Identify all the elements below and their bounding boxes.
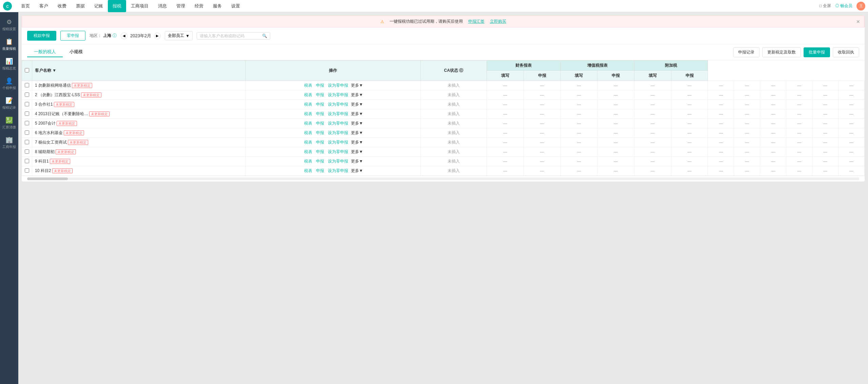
row-col-5: — <box>671 100 708 109</box>
op-set-zero[interactable]: 设为零申报 <box>328 83 348 88</box>
op-set-zero[interactable]: 设为零申报 <box>328 121 348 126</box>
tab-small-scale[interactable]: 小规模 <box>63 47 90 57</box>
op-declare[interactable]: 申报 <box>316 111 324 116</box>
select-all-checkbox[interactable] <box>25 68 29 72</box>
sidebar-item-tax-settings[interactable]: ⚙ 报税设置 <box>0 15 18 35</box>
op-declare[interactable]: 申报 <box>316 168 324 173</box>
th-operation: 操作 <box>245 61 420 81</box>
collect-receipt-button[interactable]: 收取回执 <box>833 47 859 57</box>
member-button[interactable]: ◎ 畅会员 <box>835 3 852 9</box>
op-more[interactable]: 更多▼ <box>351 121 363 126</box>
row-tag: 未更新税定 <box>64 130 84 135</box>
op-declare[interactable]: 申报 <box>316 121 324 126</box>
op-tax-table[interactable]: 税表 <box>304 140 312 145</box>
tab-zero-declare[interactable]: 零申报 <box>60 31 85 41</box>
sidebar-item-batch-tax[interactable]: 📋 批量报税 <box>0 35 18 54</box>
op-more[interactable]: 更多▼ <box>351 130 363 135</box>
op-declare[interactable]: 申报 <box>316 140 324 145</box>
update-tax-button[interactable]: 更新税定及取数 <box>762 47 801 57</box>
op-more[interactable]: 更多▼ <box>351 149 363 154</box>
op-declare[interactable]: 申报 <box>316 102 324 107</box>
op-tax-table[interactable]: 税表 <box>304 149 312 154</box>
op-declare[interactable]: 申报 <box>316 159 324 164</box>
op-set-zero[interactable]: 设为零申报 <box>328 102 348 107</box>
row-checkbox[interactable] <box>25 92 29 97</box>
row-checkbox[interactable] <box>25 121 29 125</box>
banner-close-button[interactable]: ✕ <box>856 19 860 24</box>
op-more[interactable]: 更多▼ <box>351 92 363 97</box>
sidebar-item-settlement[interactable]: 💹 汇算清缴 <box>0 113 18 133</box>
op-set-zero[interactable]: 设为零申报 <box>328 149 348 154</box>
staff-selector[interactable]: 全部员工 ▼ <box>165 31 193 40</box>
region-info-icon[interactable]: ⓘ <box>113 33 117 39</box>
row-checkbox[interactable] <box>25 130 29 135</box>
nav-invoice[interactable]: 票据 <box>71 0 90 12</box>
nav-commerce[interactable]: 工商项目 <box>126 0 153 12</box>
row-ops: 税表 申报 设为零申报 更多▼ <box>245 157 420 166</box>
op-tax-table[interactable]: 税表 <box>304 111 312 116</box>
row-ca: 未插入 <box>420 109 487 119</box>
op-tax-table[interactable]: 税表 <box>304 102 312 107</box>
row-col-7: — <box>734 128 760 138</box>
nav-ledger[interactable]: 记账 <box>90 0 108 12</box>
nav-tax[interactable]: 报税 <box>108 0 126 12</box>
nav-service[interactable]: 服务 <box>208 0 226 12</box>
fullscreen-button[interactable]: □ 全屏 <box>819 3 831 9</box>
row-checkbox[interactable] <box>25 140 29 144</box>
op-tax-table[interactable]: 税表 <box>304 159 312 164</box>
sidebar-item-personal-tax[interactable]: 👤 个税申报 <box>0 74 18 93</box>
banner-link-buy[interactable]: 立即购买 <box>490 19 506 24</box>
op-set-zero[interactable]: 设为零申报 <box>328 168 348 173</box>
nav-settings[interactable]: 设置 <box>226 0 245 12</box>
tab-general-taxpayer[interactable]: 一般的税人 <box>27 47 63 57</box>
nav-customer[interactable]: 客户 <box>35 0 53 12</box>
tab-tax-declare[interactable]: 税款申报 <box>27 31 56 41</box>
op-declare[interactable]: 申报 <box>316 149 324 154</box>
op-set-zero[interactable]: 设为零申报 <box>328 159 348 164</box>
op-tax-table[interactable]: 税表 <box>304 83 312 88</box>
row-checkbox[interactable] <box>25 102 29 106</box>
op-more[interactable]: 更多▼ <box>351 111 363 116</box>
nav-home[interactable]: 首页 <box>16 0 35 12</box>
row-checkbox[interactable] <box>25 111 29 116</box>
search-input[interactable] <box>200 34 261 38</box>
row-col-4: — <box>634 109 671 119</box>
op-declare[interactable]: 申报 <box>316 130 324 135</box>
batch-declare-button[interactable]: 批量申报 <box>804 47 830 57</box>
op-set-zero[interactable]: 设为零申报 <box>328 140 348 145</box>
scrollbar-thumb[interactable] <box>27 177 68 180</box>
row-ca: 未插入 <box>420 81 487 90</box>
search-icon[interactable]: 🔍 <box>262 34 267 38</box>
declare-record-button[interactable]: 申报记录 <box>733 47 760 57</box>
nav-billing[interactable]: 收费 <box>53 0 71 12</box>
sidebar-item-tax-overview[interactable]: 📊 报税总览 <box>0 54 18 74</box>
op-declare[interactable]: 申报 <box>316 92 324 97</box>
op-more[interactable]: 更多▼ <box>351 159 363 164</box>
op-tax-table[interactable]: 税表 <box>304 130 312 135</box>
op-declare[interactable]: 申报 <box>316 83 324 88</box>
nav-operation[interactable]: 经营 <box>190 0 208 12</box>
op-tax-table[interactable]: 税表 <box>304 168 312 173</box>
banner-link-declare[interactable]: 申报汇签 <box>468 19 485 24</box>
nav-message[interactable]: 消息 <box>153 0 172 12</box>
op-more[interactable]: 更多▼ <box>351 140 363 145</box>
row-checkbox[interactable] <box>25 83 29 87</box>
op-set-zero[interactable]: 设为零申报 <box>328 130 348 135</box>
sidebar-item-tax-record[interactable]: 📝 报税记录 <box>0 93 18 113</box>
op-tax-table[interactable]: 税表 <box>304 92 312 97</box>
row-checkbox[interactable] <box>25 149 29 154</box>
row-checkbox[interactable] <box>25 159 29 163</box>
horizontal-scrollbar[interactable] <box>22 176 865 182</box>
op-set-zero[interactable]: 设为零申报 <box>328 111 348 116</box>
op-set-zero[interactable]: 设为零申报 <box>328 92 348 97</box>
avatar[interactable]: 王 <box>856 2 865 10</box>
sidebar-item-annual-report[interactable]: 🏢 工商年报 <box>0 133 18 152</box>
row-checkbox[interactable] <box>25 168 29 173</box>
op-tax-table[interactable]: 税表 <box>304 121 312 126</box>
op-more[interactable]: 更多▼ <box>351 168 363 173</box>
op-more[interactable]: 更多▼ <box>351 83 363 88</box>
date-next-button[interactable]: ▶ <box>154 33 161 39</box>
nav-manage[interactable]: 管理 <box>172 0 190 12</box>
date-prev-button[interactable]: ◀ <box>121 33 127 39</box>
op-more[interactable]: 更多▼ <box>351 102 363 107</box>
